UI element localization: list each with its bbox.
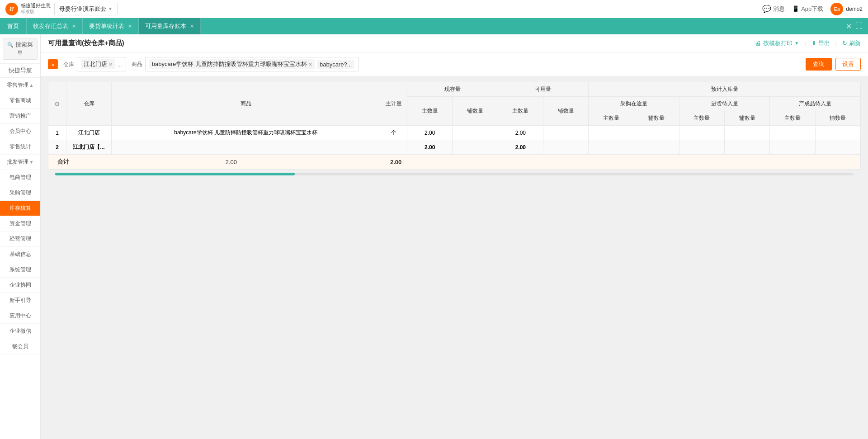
content-area: 可用量查询(按仓库+商品) 🖨 按模板打印 ▼ | ⬆ 导出 | ↻ 刷新: [41, 34, 868, 439]
row1-unit: 个: [380, 126, 407, 140]
tab-label-1: 收发存汇总表: [33, 22, 68, 30]
sidebar-item-member[interactable]: 会员中心: [0, 124, 40, 139]
tab-close-3[interactable]: ✕: [190, 24, 194, 29]
sidebar: 🔍 搜索菜单 快捷导航 零售管理 ▲ 零售商城 营销推广 会员中心 零售统计 批…: [0, 34, 41, 439]
th-planned-in: 预计入库量: [589, 82, 861, 97]
sidebar-item-member2[interactable]: 畅会员: [0, 339, 40, 354]
sidebar-label-newguide: 新手引导: [9, 297, 31, 304]
sidebar-item-zero-stat[interactable]: 零售统计: [0, 139, 40, 155]
query-button[interactable]: 查询: [806, 58, 832, 71]
row2-product: [112, 140, 380, 155]
filter-expand-button[interactable]: »: [48, 59, 58, 69]
row1-seq: 1: [48, 126, 66, 140]
product-filter-group: 商品 babycare学饮杯 儿童防摔防撞吸管杯重力球吸嘴杯宝宝水杯 ✕ bab…: [132, 57, 359, 71]
sidebar-label-ecommerce: 电商管理: [9, 174, 31, 181]
refresh-button[interactable]: ↻ 刷新: [842, 39, 861, 47]
sidebar-item-enterprise[interactable]: 企业协同: [0, 278, 40, 293]
top-bar-left: 好 畅捷通好生意 标准版 母婴行业演示账套 ▼: [5, 3, 118, 15]
product-tag-1-value: babycare学饮杯 儿童防摔防撞吸管杯重力球吸嘴杯宝宝水杯: [152, 60, 307, 68]
warehouse-tag-close[interactable]: ✕: [108, 61, 113, 67]
sidebar-item-system[interactable]: 系统管理: [0, 262, 40, 278]
logo-icon: 好: [5, 3, 18, 15]
sidebar-nav-button[interactable]: 快捷导航: [0, 64, 40, 78]
tab-close-2[interactable]: ✕: [128, 24, 132, 29]
chevron-up-icon: ▲: [29, 83, 34, 88]
th-purchase-pending-main: 主数量: [679, 111, 724, 126]
nav-tabs: 首页 收发存汇总表 ✕ 要货单统计表 ✕ 可用量库存账本 ✕ ✕ ⛶: [0, 18, 868, 34]
tab-item-1[interactable]: 收发存汇总表 ✕: [27, 18, 83, 34]
warehouse-tag-value: 江北门店: [84, 60, 107, 68]
export-button[interactable]: ⬆ 导出: [811, 39, 830, 47]
sidebar-item-inventory[interactable]: 库存核算: [0, 201, 40, 216]
th-product: 商品: [112, 82, 380, 126]
sidebar-item-finance[interactable]: 资金管理: [0, 216, 40, 231]
product-filter-input[interactable]: babycare学饮杯 儿童防摔防撞吸管杯重力球吸嘴杯宝宝水杯 ✕ babyca…: [145, 57, 359, 71]
row2-purchase-pending-aux: [725, 140, 770, 155]
th-available-qty: 可用量: [498, 82, 589, 97]
row1-warehouse: 江北门店: [66, 126, 112, 140]
th-product-pending-aux: 辅数量: [815, 111, 860, 126]
sidebar-item-basic[interactable]: 基础信息: [0, 247, 40, 262]
print-label: 按模板打印: [763, 39, 793, 47]
sidebar-label-wechat: 企业微信: [9, 327, 31, 335]
sidebar-item-purchase[interactable]: 采购管理: [0, 185, 40, 201]
warehouse-ellipsis[interactable]: ...: [117, 61, 122, 68]
tab-label-2: 要货单统计表: [89, 22, 124, 30]
row2-unit: [380, 140, 407, 155]
row1-stock-aux: [453, 126, 498, 140]
horizontal-scrollbar[interactable]: [55, 173, 854, 175]
th-stock-main: 主数量: [407, 97, 453, 126]
th-purchase-transit: 采购在途量: [589, 97, 679, 111]
sidebar-item-operations[interactable]: 经营管理: [0, 231, 40, 247]
sidebar-nav-label: 快捷导航: [9, 67, 32, 74]
row1-purchase-transit-main: [589, 126, 634, 140]
table-row: 2 江北门店【... 2.00 2.00: [48, 140, 861, 155]
sidebar-item-wechat[interactable]: 企业微信: [0, 324, 40, 339]
th-unit: 主计量: [380, 82, 407, 126]
tab-home[interactable]: 首页: [0, 18, 27, 34]
footer-stock-main: 2.00: [121, 159, 342, 165]
tab-item-3[interactable]: 可用量库存账本 ✕: [139, 18, 201, 34]
sidebar-search-area: 🔍 搜索菜单: [0, 34, 40, 64]
row1-product: babycare学饮杯 儿童防摔防撞吸管杯重力球吸嘴杯宝宝水杯: [112, 126, 380, 140]
row1-avail-aux: [543, 126, 588, 140]
th-avail-aux: 辅数量: [543, 97, 588, 126]
sidebar-item-wholesale[interactable]: 批发管理 ▼: [0, 155, 40, 170]
tab-item-2[interactable]: 要货单统计表 ✕: [83, 18, 139, 34]
user-area[interactable]: Ea demo2: [830, 3, 863, 15]
settings-button[interactable]: 设置: [835, 58, 861, 71]
tab-close-1[interactable]: ✕: [72, 24, 76, 29]
sidebar-item-appcenter[interactable]: 应用中心: [0, 308, 40, 324]
row2-stock-main: 2.00: [407, 140, 453, 155]
sidebar-item-marketing[interactable]: 营销推广: [0, 109, 40, 124]
logo-text-area: 畅捷通好生意 标准版: [21, 3, 51, 15]
product-tag-1-close[interactable]: ✕: [308, 61, 312, 67]
message-label: 消息: [773, 5, 785, 13]
close-window-icon[interactable]: ✕: [846, 22, 852, 31]
row2-avail-aux: [543, 140, 588, 155]
logo-sub: 标准版: [21, 9, 51, 15]
app-download-label: App下载: [801, 5, 823, 13]
chevron-down-icon-3: ▼: [794, 41, 799, 46]
sidebar-search-button[interactable]: 🔍 搜索菜单: [3, 38, 38, 60]
app-download-button[interactable]: 📱 App下载: [792, 5, 823, 13]
warehouse-filter-label: 仓库: [63, 61, 74, 68]
sidebar-item-zero-mgmt[interactable]: 零售管理 ▲: [0, 78, 40, 93]
sidebar-item-ecommerce[interactable]: 电商管理: [0, 170, 40, 185]
page-header: 可用量查询(按仓库+商品) 🖨 按模板打印 ▼ | ⬆ 导出 | ↻ 刷新: [41, 34, 868, 52]
warehouse-filter-input[interactable]: 江北门店 ✕ ...: [77, 57, 126, 71]
industry-selector[interactable]: 母婴行业演示账套 ▼: [54, 3, 118, 15]
table-footer: 合计 2.00 2.00: [48, 155, 861, 170]
print-button[interactable]: 🖨 按模板打印 ▼: [755, 39, 799, 47]
row2-product-pending-aux: [815, 140, 860, 155]
th-product-pending: 产成品待入量: [770, 97, 861, 111]
row2-purchase-pending-main: [679, 140, 724, 155]
tab-label-3: 可用量库存账本: [145, 22, 186, 30]
row1-purchase-transit-aux: [634, 126, 679, 140]
sidebar-item-zero-shop[interactable]: 零售商城: [0, 93, 40, 109]
nav-tabs-right: ✕ ⛶: [840, 22, 868, 31]
expand-icon[interactable]: ⛶: [855, 22, 863, 30]
message-button[interactable]: 💬 消息: [762, 5, 785, 13]
sidebar-item-newguide[interactable]: 新手引导: [0, 293, 40, 308]
column-settings-icon[interactable]: ⚙: [54, 100, 60, 108]
